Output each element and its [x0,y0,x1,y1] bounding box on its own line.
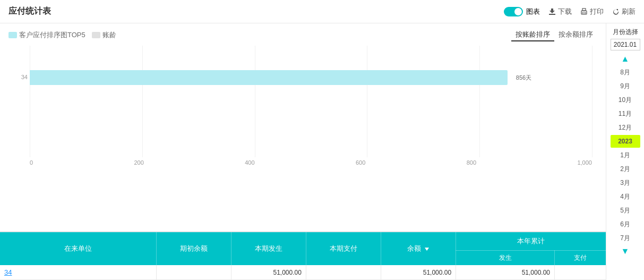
col-balance: 余额 [381,232,456,265]
x-label-1: 200 [134,159,144,166]
scroll-up-button[interactable]: ▲ [620,54,631,64]
sidebar-title: 月份选择 [613,28,638,37]
col-current-occur: 本期发生 [231,232,306,265]
col-current-pay: 本期支付 [306,232,381,265]
grid-line-0 [30,46,30,157]
bar-fill-0: 856天 [30,70,508,85]
download-label: 下载 [558,7,572,16]
month-item-6[interactable]: 6月 [611,218,640,231]
header-actions: 图表 下载 打印 刷新 [504,7,636,16]
right-sidebar: 月份选择 ▲ 8月 9月 10月 11月 12月 2023 1月 2月 3月 4… [606,23,644,280]
toggle-thumb [514,8,522,15]
svg-marker-4 [425,248,429,251]
cell-balance: 51,000.00 [381,265,456,280]
refresh-button[interactable]: 刷新 [612,7,636,16]
y-label: 34 [21,74,28,80]
year-marker-2023: 2023 [611,135,640,148]
chart-legend: 客户应付排序图TOP5 账龄 [8,30,116,40]
header: 应付统计表 图表 下载 打印 刷新 [0,0,644,23]
grid-line-3 [367,46,367,157]
legend-item-2: 账龄 [92,30,116,40]
grid-line-2 [255,46,255,157]
chart-inner: 856天 [30,46,592,157]
refresh-icon [612,8,620,15]
bar-end-label-0: 856天 [516,74,531,82]
page-title: 应付统计表 [8,6,51,17]
legend-color-1 [8,32,17,38]
cell-opening [156,265,231,280]
legend-label-1: 客户应付排序图TOP5 [19,30,85,40]
legend-item-1: 客户应付排序图TOP5 [8,30,85,40]
cell-unit: 34 [0,265,156,280]
x-label-4: 800 [467,159,476,166]
svg-rect-2 [582,9,586,11]
print-button[interactable]: 打印 [580,7,604,16]
col-ytd: 本年累计 [456,232,606,251]
cell-ytd-pay [555,265,606,280]
content-area: 客户应付排序图TOP5 账龄 按账龄排序 按余额排序 [0,23,644,280]
legend-color-2 [92,32,100,38]
month-item-11[interactable]: 11月 [611,107,640,120]
y-axis: 34 [8,46,30,157]
x-label-0: 0 [30,159,33,166]
toggle-track[interactable] [504,7,523,16]
col-opening: 期初余额 [156,232,231,265]
legend-label-2: 账龄 [102,30,116,40]
svg-rect-3 [582,12,586,14]
grid-line-4 [479,46,480,157]
svg-rect-0 [549,14,555,15]
x-axis: 0 200 400 600 800 1,000 [30,157,592,173]
grid-line-1 [142,46,143,157]
left-panel: 客户应付排序图TOP5 账龄 按账龄排序 按余额排序 [0,23,606,280]
download-icon [548,8,556,15]
chart-header: 客户应付排序图TOP5 账龄 按账龄排序 按余额排序 [8,29,597,41]
download-button[interactable]: 下载 [548,7,572,16]
month-item-4[interactable]: 4月 [611,190,640,203]
unit-link[interactable]: 34 [4,268,12,276]
print-icon [580,8,588,15]
month-item-7[interactable]: 7月 [611,232,640,244]
sub-col-occur: 发生 [456,251,555,266]
scroll-down-button[interactable]: ▼ [620,246,631,257]
cell-current-occur: 51,000.00 [231,265,306,280]
month-item-1[interactable]: 1月 [611,149,640,162]
sort-icon [424,247,430,252]
month-item-5[interactable]: 5月 [611,204,640,217]
sort-by-balance-button[interactable]: 按余额排序 [554,29,597,41]
chart-section: 客户应付排序图TOP5 账龄 按账龄排序 按余额排序 [0,23,606,231]
col-unit: 在来单位 [0,232,156,265]
print-label: 打印 [590,7,604,16]
data-table: 在来单位 期初余额 本期发生 本期支付 余额 本年累计 发生 [0,232,606,280]
chart-sort-buttons: 按账龄排序 按余额排序 [511,29,597,41]
chart-toggle[interactable]: 图表 [504,7,540,16]
table-section: 在来单位 期初余额 本期发生 本期支付 余额 本年累计 发生 [0,231,606,280]
month-item-8[interactable]: 8月 [611,66,640,79]
table-row: 34 51,000.00 51,000.00 51,000.00 [0,265,606,280]
bar-chart: 34 [8,46,597,173]
cell-ytd-occur: 51,000.00 [456,265,555,280]
sort-by-age-button[interactable]: 按账龄排序 [511,29,554,41]
x-label-5: 1,000 [577,159,592,166]
month-item-2[interactable]: 2月 [611,163,640,175]
month-item-3[interactable]: 3月 [611,176,640,189]
bar-row-0: 856天 [30,70,592,85]
year-input[interactable] [611,39,640,50]
grid-lines [30,46,592,157]
x-label-3: 600 [356,159,365,166]
month-item-9[interactable]: 9月 [611,80,640,92]
grid-line-5 [592,46,593,157]
table-header-row: 在来单位 期初余额 本期发生 本期支付 余额 本年累计 [0,232,606,251]
refresh-label: 刷新 [622,7,636,16]
sub-col-pay: 支付 [555,251,606,266]
cell-current-pay [306,265,381,280]
month-item-12[interactable]: 12月 [611,121,640,134]
x-label-2: 400 [245,159,254,166]
chart-toggle-label: 图表 [526,7,540,16]
month-item-10[interactable]: 10月 [611,94,640,106]
